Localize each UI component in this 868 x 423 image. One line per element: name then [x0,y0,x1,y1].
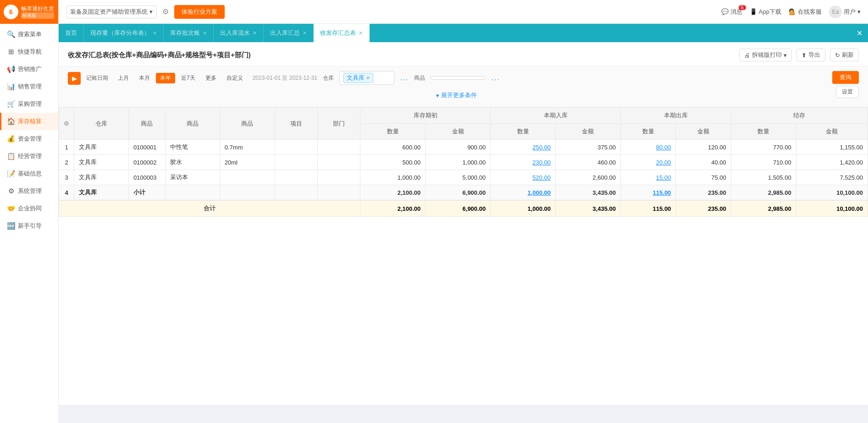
cell-num-3: 3 [59,170,74,185]
cell-out-qty-1[interactable]: 80.00 [620,140,675,155]
date-btn-7days[interactable]: 近7天 [177,73,199,83]
tab-inventory-dist-label: 现存量（库存分布表） [90,29,150,37]
date-btn-curr[interactable]: 本月 [135,73,154,83]
cell-num-1: 1 [59,140,74,155]
th-group-out: 本期出库 [620,108,731,124]
tab-in-out-summary[interactable]: 出入库汇总 ✕ [264,24,314,42]
sales-icon: 📊 [7,82,15,91]
cell-subtotal-num: 4 [59,185,74,201]
sidebar-item-finance[interactable]: 💰 资金管理 [0,130,58,148]
sidebar-item-baseinfo[interactable]: 📝 基础信息 [0,165,58,182]
baseinfo-icon: 📝 [7,170,15,178]
cell-subtotal-out-amt: 235.00 [676,185,731,201]
tab-in-out-flow[interactable]: 出入库流水 ✕ [214,24,264,42]
sidebar-item-inventory[interactable]: 🏠 库存核算 [0,113,58,130]
message-button[interactable]: 💬 消息 6 [721,8,742,16]
settings-icon[interactable]: ⚙ [162,7,169,16]
warehouse-tag-close[interactable]: ✕ [366,75,370,81]
print-icon: 🖨 [744,52,750,59]
user-menu[interactable]: Ea 用户 ▾ [829,5,861,18]
cell-subtotal-project [275,185,318,201]
system-select[interactable]: 装备及固定资产辅助管理系统 ▾ [66,5,157,18]
cell-in-amt-3: 2,600.00 [556,170,621,185]
date-btn-more[interactable]: 更多 [201,73,221,83]
goods-filter-input[interactable] [431,76,486,80]
cell-open-qty-2: 500.00 [360,155,426,170]
th-out-qty: 数量 [620,124,675,140]
expand-more-button[interactable]: ▾ 展开更多条件 [436,91,477,99]
cell-subtotal-warehouse: 文具库 [74,185,129,201]
tab-bar-close[interactable]: ✕ [851,29,868,38]
tab-batch-accounts-close[interactable]: ✕ [203,30,207,36]
th-settings[interactable]: ⚙ [59,108,74,140]
tab-inventory-dist[interactable]: 现存量（库存分布表） ✕ [84,24,164,42]
sidebar-item-operation[interactable]: 📋 经营管理 [0,148,58,165]
cell-total-bal-amt: 10,100.00 [796,200,868,217]
export-button[interactable]: ⬆ 导出 [796,49,825,61]
tab-in-out-summary-close[interactable]: ✕ [303,30,307,36]
cell-total-out-amt: 235.00 [676,200,731,217]
date-btn-year[interactable]: 本年 [156,73,175,83]
print-chevron-icon: ▾ [784,52,787,59]
goods-more-button[interactable]: ... [491,74,500,82]
cell-subtotal-in-amt: 3,435.00 [556,185,621,201]
online-service-button[interactable]: 💁 在线客服 [789,8,822,16]
cell-out-qty-2[interactable]: 20.00 [620,155,675,170]
sidebar-item-operation-label: 经营管理 [18,152,42,160]
cell-out-amt-1: 120.00 [676,140,731,155]
sidebar-item-system[interactable]: ⚙ 系统管理 [0,182,58,200]
quicknav-icon: ⊞ [7,48,15,56]
refresh-button[interactable]: ↻ 刷新 [830,49,859,61]
tab-recv-send-summary[interactable]: 收发存汇总表 ✕ [314,24,370,42]
cell-code-2: 0100002 [128,155,165,170]
date-btn-prev[interactable]: 上月 [114,73,133,83]
inventory-icon: 🏠 [7,117,15,126]
cell-warehouse-1: 文具库 [74,140,129,155]
page-content: 收发存汇总表(按仓库+商品编码+商品+规格型号+项目+部门) 🖨 拆镜版打印 ▾… [59,42,868,423]
sidebar-item-corp[interactable]: 🤝 企业协同 [0,200,58,217]
tab-batch-accounts[interactable]: 库存批次账 ✕ [164,24,214,42]
sidebar-item-purchase[interactable]: 🛒 采购管理 [0,95,58,113]
tab-in-out-flow-close[interactable]: ✕ [253,30,257,36]
trial-button[interactable]: 体验行业方案 [174,5,225,19]
tab-inventory-dist-close[interactable]: ✕ [153,30,157,36]
th-project: 项目 [275,108,318,140]
guide-icon: 🆕 [7,222,15,230]
tab-recv-send-summary-close[interactable]: ✕ [359,30,363,36]
cell-in-qty-1[interactable]: 250.00 [491,140,556,155]
setting-button[interactable]: 设置 [836,86,859,98]
filter-date-buttons: 上月 本月 本年 近7天 更多 自定义 [114,73,247,83]
warehouse-more-button[interactable]: ... [400,74,409,82]
filter-toggle-button[interactable]: ▶ [68,72,81,85]
cell-subtotal-out-qty[interactable]: 115.00 [620,185,675,201]
sidebar-item-sales[interactable]: 📊 销售管理 [0,78,58,95]
cell-spec-2: 20ml [220,155,275,170]
sidebar-item-sales-label: 销售管理 [18,82,42,91]
app-download-button[interactable]: 📱 App下载 [750,8,781,16]
tab-home[interactable]: 首页 [59,24,84,42]
cell-spec-1: 0.7mm [220,140,275,155]
cell-in-qty-2[interactable]: 230.00 [491,155,556,170]
sidebar-item-quicknav[interactable]: ⊞ 快捷导航 [0,43,58,60]
sidebar-item-search[interactable]: 🔍 搜索菜单 [0,26,58,43]
cell-out-amt-3: 75.00 [676,170,731,185]
dropdown-icon: ▾ [149,8,153,15]
th-goods-name: 商品 [165,108,220,140]
sidebar-item-guide[interactable]: 🆕 新手引导 [0,217,58,235]
cell-out-qty-3[interactable]: 15.00 [620,170,675,185]
cell-spec-3 [220,170,275,185]
export-icon: ⬆ [802,52,807,59]
date-btn-custom[interactable]: 自定义 [222,73,247,83]
tab-in-out-flow-label: 出入库流水 [220,29,250,37]
logo-text: 畅库通好生意 标准版 [21,5,54,19]
sidebar-item-marketing[interactable]: 📢 营销推广 [0,60,58,78]
warehouse-filter-input[interactable]: 文具库 ✕ [339,71,394,85]
print-button[interactable]: 🖨 拆镜版打印 ▾ [739,49,792,61]
cell-in-qty-3[interactable]: 520.00 [491,170,556,185]
table-row: 2 文具库 0100002 胶水 20ml 500.00 1,000.00 23… [59,155,868,170]
cell-total-label: 合计 [59,200,360,217]
warehouse-tag-text: 文具库 [347,74,365,82]
cell-subtotal-in-qty[interactable]: 1,000.00 [491,185,556,201]
query-button[interactable]: 查询 [832,71,859,84]
cell-warehouse-3: 文具库 [74,170,129,185]
